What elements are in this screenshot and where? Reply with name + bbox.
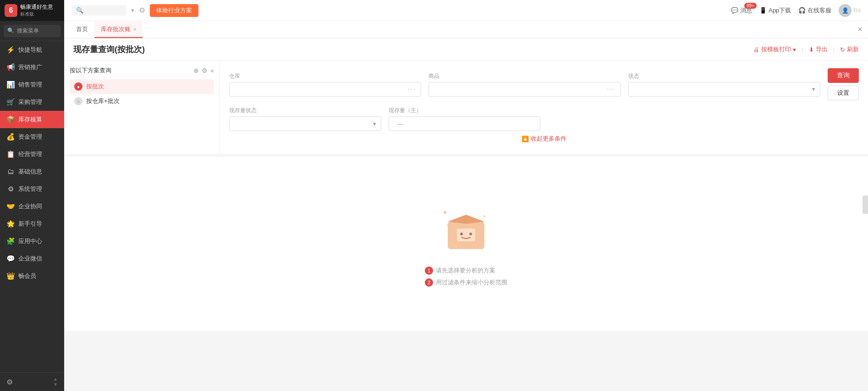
topbar-actions: 💬 消息 99+ 📱 App下载 🎧 在线客服 👤 Rit	[731, 4, 861, 17]
purchase-icon: 🛒	[6, 98, 15, 106]
filter-row-1: 仓库 ··· 商品 ··· 状态	[229, 68, 859, 100]
inventory-qty-input[interactable]: —	[389, 116, 541, 131]
inventory-status-field: 现存量状态 ▾	[229, 107, 381, 131]
business-icon: 📋	[6, 150, 15, 158]
empty-hint-1: 1 请先选择要分析的方案	[425, 265, 507, 277]
product-input[interactable]: ···	[429, 82, 621, 97]
app-download-action[interactable]: 📱 App下载	[759, 6, 791, 15]
warehouse-input[interactable]: ···	[229, 82, 421, 97]
online-service-action[interactable]: 🎧 在线客服	[798, 6, 831, 15]
sidebar-header: 6 畅康通好生意 标准版	[0, 0, 64, 21]
product-dots: ···	[607, 85, 615, 93]
sidebar-item-label: 经营管理	[18, 150, 42, 158]
topbar-dropdown-icon[interactable]: ▾	[131, 7, 134, 14]
sidebar-item-enterprise[interactable]: 🤝 企业协同	[0, 198, 64, 215]
sidebar-item-appstore[interactable]: 🧩 应用中心	[0, 233, 64, 250]
search-menu-btn[interactable]: 🔍 搜索菜单	[4, 25, 60, 37]
status-label: 状态	[628, 72, 820, 80]
page-header: 现存量查询(按批次) 🖨 按模板打印 ▾ | ⬇ 导出 | ↻ 刷新	[64, 38, 868, 61]
app-name: 畅康通好生意	[20, 4, 53, 11]
query-button[interactable]: 查询	[828, 68, 859, 83]
warehouse-label: 仓库	[229, 72, 421, 80]
quick-nav-icon: ⚡	[6, 46, 15, 54]
sidebar-item-quick-nav[interactable]: ⚡ 快捷导航	[0, 41, 64, 59]
add-scheme-icon[interactable]: ⊕	[193, 67, 199, 74]
sidebar-item-purchase[interactable]: 🛒 采购管理	[0, 93, 64, 111]
messages-action[interactable]: 💬 消息 99+	[731, 6, 752, 15]
status-select[interactable]: ▾	[628, 82, 820, 97]
status-field: 状态 ▾	[628, 72, 820, 97]
settings-icon[interactable]: ⚙	[6, 378, 13, 386]
warehouse-dots: ···	[407, 85, 416, 93]
member-icon: 👑	[6, 272, 15, 280]
right-scroll-handle[interactable]	[863, 196, 868, 214]
empty-hints: 1 请先选择要分析的方案 2 用过滤条件来缩小分析范围	[425, 265, 507, 288]
filter-section-title: 按以下方案查询	[70, 66, 111, 75]
empty-illustration: ✦ ✦ ✦	[439, 199, 494, 254]
sidebar-item-label: 资金管理	[18, 133, 42, 141]
user-profile[interactable]: 👤 Rit	[839, 4, 861, 17]
filter-fields: 仓库 ··· 商品 ··· 状态	[220, 61, 868, 154]
close-panel-btn[interactable]: ×	[857, 25, 863, 34]
app-logo: 6	[5, 4, 17, 17]
export-icon: ⬇	[809, 46, 814, 53]
print-action[interactable]: 🖨 按模板打印 ▾	[753, 45, 796, 54]
message-icon: 💬	[731, 7, 738, 14]
sidebar-item-inventory[interactable]: 📦 库存核算	[0, 111, 64, 128]
username-label: Rit	[853, 7, 861, 14]
page-header-actions: 🖨 按模板打印 ▾ | ⬇ 导出 | ↻ 刷新	[753, 45, 859, 54]
print-dropdown-icon[interactable]: ▾	[793, 46, 796, 53]
finance-icon: 💰	[6, 133, 15, 141]
sidebar-item-newcomer[interactable]: 🌟 新手引导	[0, 215, 64, 233]
sidebar-item-marketing[interactable]: 📢 营销推广	[0, 59, 64, 76]
sales-icon: 📊	[6, 81, 15, 89]
inventory-status-select[interactable]: ▾	[229, 116, 381, 131]
newcomer-icon: 🌟	[6, 220, 15, 228]
settings-btn[interactable]: ⚙	[139, 6, 145, 15]
main-content: 现存量查询(按批次) 🖨 按模板打印 ▾ | ⬇ 导出 | ↻ 刷新	[64, 38, 868, 391]
sidebar-item-wechat[interactable]: 💬 企业微信	[0, 250, 64, 267]
basics-icon: 🗂	[6, 168, 15, 176]
experience-btn[interactable]: 体验行业方案	[150, 4, 198, 17]
sidebar-item-member[interactable]: 👑 畅会员	[0, 267, 64, 285]
scheme-active-icon: ●	[74, 82, 82, 91]
export-action[interactable]: ⬇ 导出	[809, 45, 828, 54]
refresh-icon: ↻	[840, 46, 845, 53]
sidebar-item-business[interactable]: 📋 经营管理	[0, 146, 64, 163]
appstore-icon: 🧩	[6, 237, 15, 245]
filter-scheme-panel: 按以下方案查询 ⊕ ⚙ « ● 按批次 ○ 按仓库+批次	[64, 61, 220, 154]
sidebar-item-label: 企业协同	[18, 202, 42, 211]
sidebar-item-label: 畅会员	[18, 272, 36, 280]
collapse-scheme-icon[interactable]: «	[210, 67, 214, 74]
scheme-label-warehouse-batch: 按仓库+批次	[86, 97, 120, 105]
tab-home[interactable]: 首页	[70, 22, 94, 38]
sidebar-item-sales[interactable]: 📊 销售管理	[0, 76, 64, 93]
settings-scheme-icon[interactable]: ⚙	[202, 67, 208, 74]
topbar-search[interactable]: 🔍	[71, 5, 126, 16]
messages-badge: 99+	[744, 3, 757, 9]
scheme-item-batch[interactable]: ● 按批次	[70, 79, 214, 94]
sidebar-search-area[interactable]: 🔍 搜索菜单	[0, 21, 64, 41]
sidebar-item-label: 系统管理	[18, 185, 42, 193]
scroll-down-btn[interactable]: ▼	[53, 382, 58, 387]
enterprise-icon: 🤝	[6, 202, 15, 211]
page-title: 现存量查询(按批次)	[73, 44, 145, 55]
scheme-item-warehouse-batch[interactable]: ○ 按仓库+批次	[70, 94, 214, 109]
avatar: 👤	[839, 4, 852, 17]
tab-close-btn[interactable]: ×	[133, 27, 136, 32]
sidebar-nav: ⚡ 快捷导航 📢 营销推广 📊 销售管理 🛒 采购管理 📦 库存核算 💰 资金管…	[0, 41, 64, 372]
collapse-more-btn[interactable]: 🔼 收起更多条件	[229, 131, 859, 147]
sidebar-item-system[interactable]: ⚙ 系统管理	[0, 180, 64, 198]
hint-1-num: 1	[425, 266, 433, 275]
scroll-up-btn[interactable]: ▲	[53, 376, 58, 382]
empty-state: ✦ ✦ ✦ 1 请先选择要分析的方案 2 用过滤条件来缩小分析范围	[64, 157, 868, 331]
refresh-action[interactable]: ↻ 刷新	[840, 45, 859, 54]
tab-inventory-batch[interactable]: 库存批次账 ×	[94, 22, 143, 38]
settings-button[interactable]: 设置	[828, 86, 859, 100]
sidebar-item-basics[interactable]: 🗂 基础信息	[0, 163, 64, 180]
empty-hint-2: 2 用过滤条件来缩小分析范围	[425, 277, 507, 288]
print-label: 按模板打印	[761, 45, 791, 54]
sidebar-item-label: 基础信息	[18, 168, 42, 176]
sidebar-item-finance[interactable]: 💰 资金管理	[0, 128, 64, 146]
collapse-up-icon: 🔼	[522, 136, 529, 142]
